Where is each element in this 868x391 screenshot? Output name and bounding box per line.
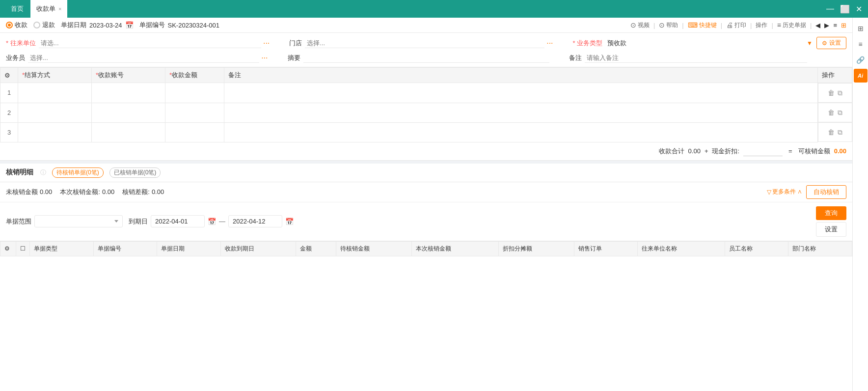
- row-num-3: 3: [0, 122, 18, 142]
- store-more-icon[interactable]: ···: [546, 39, 553, 48]
- summary-input[interactable]: [303, 53, 550, 63]
- from-unit-input[interactable]: [39, 38, 261, 48]
- more-conditions-label: 更多条件 ∧: [772, 188, 802, 196]
- biz-type-label: * 业务类型: [573, 39, 603, 48]
- sidebar-attach-icon[interactable]: 🔗: [854, 53, 868, 67]
- row-account-2[interactable]: [92, 103, 165, 122]
- window-close-icon[interactable]: ✕: [854, 3, 864, 15]
- date-to-input[interactable]: [228, 215, 282, 227]
- more-conditions-btn[interactable]: ▽ 更多条件 ∧: [767, 188, 802, 196]
- row-delete-icon-1[interactable]: 🗑: [828, 89, 835, 97]
- date-to-cal-icon[interactable]: 📅: [285, 218, 294, 225]
- query-button[interactable]: 查询: [816, 206, 846, 220]
- print-action[interactable]: 🖨 打印: [726, 21, 746, 29]
- date-cal-icon[interactable]: 📅: [125, 21, 134, 29]
- bth-date: 单据日期: [157, 241, 221, 256]
- bottom-data-table: ⚙ ☐ 单据类型 单据编号 单据日期 收款到期日 金额 待核销金额 本次核销金额…: [0, 241, 852, 256]
- date-filter-label: 到期日: [129, 217, 148, 226]
- bth-check[interactable]: ☐: [16, 241, 30, 256]
- shortcut-icon: ⌨: [688, 21, 698, 29]
- range-filter-select[interactable]: [34, 215, 123, 227]
- row-remark-1[interactable]: [224, 83, 818, 103]
- nav-tab-receipt[interactable]: 收款单 ×: [30, 0, 67, 18]
- auto-recon-button[interactable]: 自动核销: [806, 185, 846, 199]
- table-row: 1 🗑 ⧉: [0, 83, 852, 103]
- row-amount-2[interactable]: [165, 103, 224, 122]
- form-row-2: 业务员 ··· 摘要 备注: [6, 53, 846, 63]
- row-ops-3: 🗑 ⧉: [818, 122, 852, 142]
- biz-type-dropdown-icon[interactable]: ▼: [807, 40, 813, 47]
- help-action[interactable]: ⊙ 帮助: [659, 21, 678, 29]
- remark-input[interactable]: [585, 53, 807, 63]
- biz-type-group: * 业务类型 预收款 ▼: [573, 38, 813, 49]
- th-gear[interactable]: ⚙: [0, 68, 18, 83]
- next-icon[interactable]: ▶: [824, 22, 829, 29]
- row-delete-icon-3[interactable]: 🗑: [828, 128, 835, 136]
- recon-header: 核销明细 ⓘ 待核销单据(0笔) 已核销单据(0笔): [0, 164, 852, 182]
- history-label: 历史单据: [783, 21, 806, 29]
- window-controls: — ⬜ ✕: [824, 3, 864, 15]
- window-restore-icon[interactable]: ⬜: [838, 3, 852, 15]
- ops-action[interactable]: 操作: [756, 21, 767, 29]
- th-amount: *收款金额: [165, 68, 224, 83]
- settings-button[interactable]: ⚙ 设置: [816, 37, 846, 49]
- row-delete-icon-2[interactable]: 🗑: [828, 109, 835, 116]
- shortcut-action[interactable]: ⌨ 快捷键: [688, 21, 717, 29]
- staff-more-icon[interactable]: ···: [261, 54, 268, 62]
- filter-settings-button[interactable]: 设置: [816, 222, 846, 237]
- no-value: SK-20230324-001: [168, 22, 220, 29]
- window-minimize-icon[interactable]: —: [824, 3, 836, 14]
- unverified-stat: 未核销金额 0.00: [6, 188, 52, 196]
- row-copy-icon-2[interactable]: ⧉: [838, 109, 842, 117]
- bth-gear[interactable]: ⚙: [0, 241, 16, 256]
- row-settlement-1[interactable]: [18, 83, 92, 103]
- row-copy-icon-1[interactable]: ⧉: [838, 89, 842, 97]
- grid-icon[interactable]: ⊞: [841, 22, 846, 29]
- store-group: 门店 ···: [289, 38, 553, 48]
- filter-icon: ▽: [767, 189, 771, 196]
- layout-icon[interactable]: ≡: [833, 22, 837, 29]
- sidebar-ai-icon[interactable]: Ai: [854, 69, 868, 83]
- from-unit-more-icon[interactable]: ···: [263, 39, 270, 48]
- summary-group: 摘要: [288, 53, 550, 63]
- date-from-input[interactable]: [151, 215, 205, 227]
- form-toolbar: 收款 退款 单据日期 2023-03-24 📅 单据编号 SK-20230324…: [0, 18, 852, 33]
- row-copy-icon-3[interactable]: ⧉: [838, 128, 842, 137]
- no-field: 单据编号 SK-20230324-001: [139, 21, 220, 29]
- sidebar-form-icon[interactable]: ≡: [854, 37, 868, 51]
- row-settlement-2[interactable]: [18, 103, 92, 122]
- nav-home[interactable]: 首页: [4, 0, 30, 18]
- remark-group: 备注: [569, 53, 807, 63]
- ops-label: 操作: [756, 21, 767, 29]
- diff-label: 核销差额:: [122, 188, 150, 196]
- row-account-1[interactable]: [92, 83, 165, 103]
- bth-staff-name: 员工名称: [725, 241, 788, 256]
- row-remark-3[interactable]: [224, 122, 818, 142]
- table-area: ⚙ *结算方式 *收款账号 *收款金额 备注 操作: [0, 67, 852, 142]
- row-account-3[interactable]: [92, 122, 165, 142]
- row-settlement-3[interactable]: [18, 122, 92, 142]
- row-amount-1[interactable]: [165, 83, 224, 103]
- bth-dept-name: 部门名称: [788, 241, 852, 256]
- discount-input[interactable]: [743, 146, 783, 156]
- sidebar-table-icon[interactable]: ⊞: [854, 22, 868, 35]
- prev-icon[interactable]: ◀: [815, 22, 820, 29]
- tab-close-icon[interactable]: ×: [58, 6, 61, 12]
- row-remark-2[interactable]: [224, 103, 818, 122]
- staff-group: 业务员 ···: [6, 53, 268, 63]
- summary-row: 收款合计 0.00 + 现金折扣: = 可核销金额 0.00: [0, 142, 852, 161]
- range-filter-group: 单据范围: [6, 215, 123, 227]
- bth-unit-name: 往来单位名称: [638, 241, 725, 256]
- help-icon: ⊙: [659, 21, 665, 29]
- bottom-table-container: ⚙ ☐ 单据类型 单据编号 单据日期 收款到期日 金额 待核销金额 本次核销金额…: [0, 241, 852, 391]
- date-from-cal-icon[interactable]: 📅: [208, 218, 216, 225]
- recon-pending-tag[interactable]: 待核销单据(0笔): [52, 168, 104, 178]
- row-amount-3[interactable]: [165, 122, 224, 142]
- staff-input[interactable]: [28, 53, 259, 63]
- video-action[interactable]: ⊙ 视频: [630, 21, 650, 29]
- radio-return[interactable]: 退款: [33, 21, 55, 29]
- store-input[interactable]: [305, 38, 544, 48]
- radio-receive[interactable]: 收款: [6, 21, 27, 29]
- recon-done-tag[interactable]: 已核销单据(0笔): [109, 168, 161, 178]
- history-action[interactable]: ≡ 历史单据: [777, 21, 806, 29]
